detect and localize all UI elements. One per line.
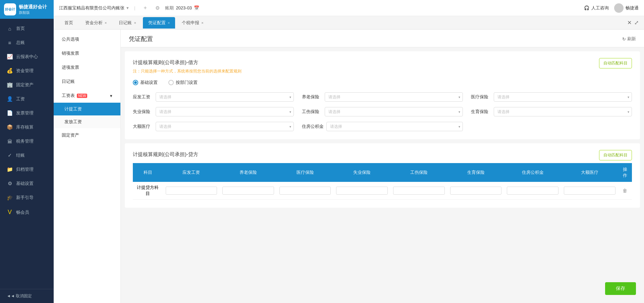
menu-item-fixed-assets[interactable]: 固定资产 [54, 128, 120, 142]
credit-section-title: 计提核算规则(公司承担)-贷方 [133, 151, 632, 158]
settings-gear-icon[interactable]: ⚙ [155, 5, 160, 11]
cell-maternity [447, 182, 504, 200]
form-item-medical: 医疗保险 请选择 ▾ [471, 92, 632, 102]
tab-close-all-icon[interactable]: ✕ [627, 19, 632, 26]
input-medical[interactable] [279, 187, 331, 195]
save-button[interactable]: 保存 [605, 282, 636, 295]
housing-fund-label: 住房公积金 [302, 123, 324, 130]
maternity-select[interactable]: 请选择 [494, 107, 632, 116]
add-company-button[interactable]: ＋ [141, 4, 150, 12]
topbar-separator: | [134, 5, 135, 10]
tab-tax-filing[interactable]: 个税申报 × [176, 17, 209, 29]
input-gross-salary[interactable] [166, 187, 217, 195]
sidebar-item-assets[interactable]: 🏢 固定资产 [0, 78, 54, 92]
col-gross-salary: 应发工资 [163, 163, 220, 182]
sidebar-item-invoice[interactable]: 📄 发票管理 [0, 106, 54, 120]
col-housing: 住房公积金 [504, 163, 561, 182]
sidebar-item-close[interactable]: ✓ 结账 [0, 148, 54, 162]
sidebar-item-home[interactable]: ⌂ 首页 [0, 21, 54, 36]
medical-select[interactable]: 请选择 [494, 92, 632, 102]
housing-fund-select[interactable]: 请选择 [326, 122, 463, 131]
sidebar-item-settings[interactable]: ⚙ 基础设置 [0, 176, 54, 191]
service-button[interactable]: 🎧 人工咨询 [584, 5, 609, 11]
tab-expand-icon[interactable]: ⤢ [634, 19, 639, 26]
sidebar-item-guide[interactable]: 🎓 新手引导 [0, 191, 54, 205]
auto-match-debit-button[interactable]: 自动匹配科目 [599, 58, 632, 68]
sidebar-logo: 好会计 畅捷通好会计 旗舰版 [0, 0, 54, 19]
menu-group-payroll[interactable]: 工资表 NEW ▾ [54, 89, 120, 103]
table-header-row: 科目 应发工资 养老保险 医疗保险 失业保险 工伤保险 生育保险 住房公积金 大… [133, 163, 632, 182]
tab-close-journal[interactable]: × [134, 21, 136, 25]
sidebar-item-archive[interactable]: 📁 归档管理 [0, 162, 54, 176]
form-item-maternity: 生育保险 请选择 ▾ [471, 107, 632, 116]
menu-sub-item-accrue-salary[interactable]: 计提工资 [54, 103, 120, 115]
input-unemployment[interactable] [336, 187, 388, 195]
chevron-down-icon: ▾ [110, 93, 112, 98]
input-maternity[interactable] [450, 187, 502, 195]
input-pension[interactable] [222, 187, 274, 195]
avatar [614, 3, 624, 13]
app-logo-text: 畅捷通好会计 旗舰版 [19, 4, 47, 15]
menu-item-purchase-invoice[interactable]: 进项发票 [54, 60, 120, 74]
maternity-label: 生育保险 [471, 109, 491, 115]
sidebar-item-inventory[interactable]: 📦 库存核算 [0, 120, 54, 134]
radio-basic-circle [133, 80, 138, 85]
sidebar-nav: ⌂ 首页 ≡ 总账 📈 云报表中心 💰 资金管理 🏢 固定资产 👤 工资 📄 发… [0, 19, 54, 289]
tab-journal[interactable]: 日记账 × [113, 17, 141, 29]
auto-match-credit-button[interactable]: 自动匹配科目 [599, 150, 632, 160]
home-icon: ⌂ [7, 26, 13, 32]
input-large-medical[interactable] [564, 187, 615, 195]
sidebar-item-reports[interactable]: 📈 云报表中心 [0, 50, 54, 64]
col-medical: 医疗保险 [277, 163, 334, 182]
calendar-icon[interactable]: 📅 [194, 5, 199, 10]
cell-injury [390, 182, 447, 200]
menu-item-sales-invoice[interactable]: 销项发票 [54, 46, 120, 60]
tab-close-voucher-config[interactable]: × [168, 21, 170, 25]
input-injury[interactable] [393, 187, 445, 195]
col-subject: 科目 [133, 163, 163, 182]
left-menu: 公共选项 销项发票 进项发票 日记账 工资表 NEW ▾ 计提工资 [54, 30, 121, 303]
tabbar-actions: ✕ ⤢ [627, 19, 639, 26]
sidebar-item-salary[interactable]: 👤 工资 [0, 92, 54, 106]
radio-group-setting-type: 基础设置 按部门设置 [133, 80, 632, 86]
maternity-select-wrapper: 请选择 ▾ [494, 107, 632, 116]
sidebar-item-vip[interactable]: V 畅会员 [0, 205, 54, 220]
menu-item-public[interactable]: 公共选项 [54, 32, 120, 46]
main-area: 江西服宝精品有限责任公司内账张 ▾ | ＋ ⚙ 账期 2023-03 📅 🎧 人… [54, 0, 644, 303]
menu-item-journal[interactable]: 日记账 [54, 74, 120, 89]
injury-select[interactable]: 请选择 [325, 107, 463, 116]
input-housing[interactable] [507, 187, 558, 195]
tab-capital-analysis[interactable]: 资金分析 × [80, 17, 112, 29]
radio-dept-settings[interactable]: 按部门设置 [168, 80, 198, 86]
tab-home[interactable]: 首页 [59, 17, 78, 29]
sidebar-item-ledger[interactable]: ≡ 总账 [0, 36, 54, 50]
refresh-button[interactable]: ↻ 刷新 [622, 36, 636, 42]
menu-sub-item-pay-salary[interactable]: 发放工资 [54, 115, 120, 128]
tab-close-tax-filing[interactable]: × [201, 21, 203, 25]
large-medical-select[interactable]: 请选择 [156, 122, 294, 131]
content-wrapper: 公共选项 销项发票 进项发票 日记账 工资表 NEW ▾ 计提工资 [54, 30, 644, 303]
topbar-right: 🎧 人工咨询 畅捷通 [584, 3, 639, 13]
radio-basic-settings[interactable]: 基础设置 [133, 80, 158, 86]
tab-close-capital-analysis[interactable]: × [105, 21, 107, 25]
form-item-unemployment: 失业保险 请选择 ▾ [133, 107, 294, 116]
gross-salary-select[interactable]: 请选择 [156, 92, 294, 102]
sidebar-pin-toggle[interactable]: ◄◄ 取消固定 [0, 289, 54, 303]
radio-dept-circle [168, 80, 174, 85]
company-selector[interactable]: 江西服宝精品有限责任公司内账张 ▾ [59, 5, 129, 11]
form-item-injury: 工伤保险 请选择 ▾ [302, 107, 463, 116]
sidebar-item-funds[interactable]: 💰 资金管理 [0, 64, 54, 78]
unemployment-select[interactable]: 请选择 [156, 107, 294, 116]
settings-icon: ⚙ [7, 181, 13, 187]
pension-select[interactable]: 请选择 [325, 92, 463, 102]
delete-row-button[interactable]: 🗑 [623, 188, 627, 193]
guide-icon: 🎓 [7, 195, 13, 201]
large-medical-label: 大额医疗 [133, 123, 153, 130]
user-menu[interactable]: 畅捷通 [614, 3, 639, 13]
app-logo-icon: 好会计 [4, 3, 16, 15]
sidebar-item-tax[interactable]: 🏛 税务管理 [0, 134, 54, 148]
refresh-icon: ↻ [622, 37, 626, 42]
tab-voucher-config[interactable]: 凭证配置 × [143, 17, 175, 29]
company-dropdown-icon: ▾ [126, 5, 129, 10]
debit-section-note: 注：只能选择一种方式，系统将按照您当前的选择来配置规则 [133, 68, 632, 74]
